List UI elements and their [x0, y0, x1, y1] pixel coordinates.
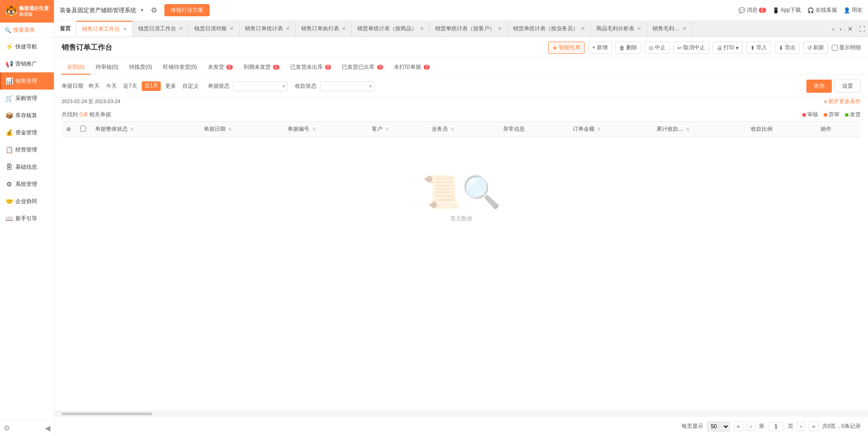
- industry-btn[interactable]: 体验行业方案: [164, 4, 210, 16]
- col-checkbox[interactable]: [76, 122, 91, 137]
- print-btn[interactable]: 🖨 打印 ▾: [713, 42, 743, 54]
- subtab-not-shipped[interactable]: 未发货 0: [202, 61, 238, 75]
- sidebar-item-sales[interactable]: 📊 销售管理: [0, 72, 54, 90]
- refresh-btn[interactable]: ↺ 刷新: [803, 42, 828, 54]
- sidebar-item-guide[interactable]: 📖 新手引导: [0, 210, 54, 227]
- tab-cash-reconcile-close[interactable]: ✕: [230, 26, 234, 32]
- tab-sales-stat[interactable]: 销售订单统计表 ✕: [240, 21, 296, 37]
- status-select[interactable]: [233, 81, 288, 91]
- settings-bottom-icon[interactable]: ⚙: [4, 424, 10, 432]
- tab-sales-gross-close[interactable]: ✕: [682, 26, 686, 32]
- topbar-gear-icon[interactable]: ⚙: [151, 6, 157, 14]
- sidebar-item-inventory[interactable]: 📦 库存核算: [0, 107, 54, 124]
- tab-sales-customer[interactable]: 销货单统计表（按客户） ✕: [430, 21, 508, 37]
- ship-action[interactable]: 发货: [845, 111, 861, 118]
- sidebar-item-finance[interactable]: 💰 资金管理: [0, 124, 54, 141]
- show-detail-checkbox-wrap[interactable]: 显示明细: [832, 44, 861, 52]
- tab-sales-salesman[interactable]: 销货单统计表（按业务员） ✕: [508, 21, 591, 37]
- smart-btn[interactable]: ★ 智能生单: [548, 42, 585, 54]
- expand-more-btn[interactable]: ▾ 展开更多条件: [824, 98, 861, 105]
- subtab-not-printed-label: 未打印单据: [394, 64, 421, 70]
- subtab-shipped-out[interactable]: 已发货已出库 0: [336, 61, 388, 75]
- tab-sales-goods[interactable]: 销货单统计表（按商品） ✕: [352, 21, 430, 37]
- export-btn[interactable]: ⬇ 导出: [775, 42, 800, 54]
- col-number[interactable]: 单据编号 ⇅: [283, 122, 367, 137]
- collapse-icon[interactable]: ◀: [45, 424, 50, 432]
- delete-btn[interactable]: 🗑 删除: [615, 42, 641, 54]
- sidebar-item-enterprise[interactable]: 🤝 企业协同: [0, 193, 54, 210]
- prev-page-btn[interactable]: ‹: [747, 422, 755, 431]
- date-opt-yesterday[interactable]: 昨天: [87, 81, 101, 91]
- show-detail-checkbox[interactable]: [832, 45, 838, 51]
- col-salesman[interactable]: 业务员 ⇅: [427, 122, 499, 137]
- subtab-pending-pick[interactable]: 待拣货(0): [124, 61, 158, 75]
- add-btn[interactable]: + 新增: [588, 42, 612, 54]
- cancel-stop-btn[interactable]: ↩ 取消中止: [673, 42, 709, 54]
- col-status[interactable]: 单据整体状态 ⇅: [91, 122, 199, 137]
- date-opt-custom[interactable]: 自定义: [181, 81, 201, 91]
- date-opt-more[interactable]: 更多: [163, 81, 178, 91]
- tab-close-all-icon[interactable]: ✕: [844, 21, 856, 37]
- date-opt-today[interactable]: 今天: [104, 81, 119, 91]
- col-amount[interactable]: 订单金额 ⇅: [568, 122, 652, 137]
- tab-scroll-right-icon[interactable]: ›: [837, 25, 844, 33]
- col-date[interactable]: 单据日期 ⇅: [199, 122, 283, 137]
- tab-sales-exec[interactable]: 销售订单执行表 ✕: [296, 21, 352, 37]
- tab-sales-gross[interactable]: 销售毛利… ✕: [647, 21, 692, 37]
- subtab-not-printed[interactable]: 未打印单据 0: [388, 61, 435, 75]
- scroll-thumb[interactable]: [62, 412, 152, 415]
- tab-sales-customer-close[interactable]: ✕: [498, 26, 502, 32]
- last-page-btn[interactable]: »: [809, 422, 818, 431]
- subtab-all[interactable]: 全部(0): [62, 61, 90, 75]
- user-item[interactable]: 👤 用友: [844, 6, 863, 14]
- tab-sales-order-workbench-close[interactable]: ✕: [123, 26, 127, 32]
- sidebar-item-operations[interactable]: 📋 经营管理: [0, 141, 54, 158]
- col-received[interactable]: 累计收款... ⇅: [652, 122, 746, 137]
- app-download-item[interactable]: 📱 App下载: [772, 6, 801, 14]
- import-btn[interactable]: ⬆ 导入: [746, 42, 771, 54]
- stop-btn[interactable]: ⊙ 中止: [645, 42, 670, 54]
- select-all-checkbox[interactable]: [80, 126, 86, 132]
- system-dropdown[interactable]: ▾: [141, 7, 144, 13]
- page-input[interactable]: [768, 422, 784, 431]
- date-opt-7days[interactable]: 近7天: [121, 81, 139, 91]
- sidebar-item-base-info[interactable]: 🗄 基础信息: [0, 158, 54, 175]
- tab-cash-reconcile[interactable]: 钱货日清对账 ✕: [189, 21, 240, 37]
- tab-sales-exec-close[interactable]: ✕: [342, 26, 346, 32]
- tab-fullscreen-icon[interactable]: ⛶: [856, 21, 868, 37]
- tab-sales-stat-close[interactable]: ✕: [286, 26, 290, 32]
- date-opt-1month[interactable]: 近1月: [142, 81, 161, 91]
- subtab-expired-not-shipped[interactable]: 到期未发货 0: [238, 61, 285, 75]
- online-service-item[interactable]: 🎧 在线客服: [807, 6, 837, 14]
- query-btn[interactable]: 查询: [806, 80, 832, 93]
- subtab-wangpu-ship[interactable]: 旺铺待发货(0): [158, 61, 202, 75]
- reject-action[interactable]: 弃审: [824, 111, 839, 118]
- tab-sales-goods-close[interactable]: ✕: [420, 26, 424, 32]
- payment-select[interactable]: [320, 81, 374, 91]
- tab-home[interactable]: 首页: [54, 21, 77, 37]
- tab-cash-daily[interactable]: 钱货日清工作台 ✕: [133, 21, 189, 37]
- tab-cash-daily-close[interactable]: ✕: [179, 26, 183, 32]
- first-page-btn[interactable]: «: [734, 422, 743, 431]
- col-settings[interactable]: ⚙: [62, 122, 76, 137]
- sidebar-item-system[interactable]: ⚙ 系统管理: [0, 175, 54, 193]
- tab-scroll-left-icon[interactable]: ‹: [830, 25, 837, 33]
- logo-title: 畅捷通好生意: [19, 5, 49, 11]
- tab-sales-order-workbench[interactable]: 销售订单工作台 ✕: [77, 21, 133, 37]
- col-customer[interactable]: 客户 ⇅: [367, 122, 427, 137]
- tab-gross-profit[interactable]: 商品毛利分析表 ✕: [591, 21, 647, 37]
- next-page-btn[interactable]: ›: [797, 422, 805, 431]
- tab-sales-salesman-close[interactable]: ✕: [581, 26, 585, 32]
- sidebar-item-search[interactable]: 🔍 搜索菜单: [0, 23, 54, 38]
- sidebar-item-quick-nav[interactable]: ⚡ 快捷导航: [0, 38, 54, 55]
- audit-action[interactable]: 审核: [802, 111, 818, 118]
- subtab-shipped-not-out[interactable]: 已发货未出库 0: [285, 61, 337, 75]
- subtab-pending-audit[interactable]: 待审核(0): [90, 61, 124, 75]
- status-filter-label: 单据状态: [208, 82, 230, 90]
- tab-gross-profit-close[interactable]: ✕: [637, 26, 641, 32]
- message-item[interactable]: 💬 消息 6: [739, 6, 766, 14]
- set-btn[interactable]: 设置: [834, 80, 861, 93]
- page-size-select[interactable]: 50 10 20 100: [707, 422, 730, 431]
- sidebar-item-marketing[interactable]: 📢 营销推广: [0, 55, 54, 72]
- sidebar-item-purchase[interactable]: 🛒 采购管理: [0, 90, 54, 107]
